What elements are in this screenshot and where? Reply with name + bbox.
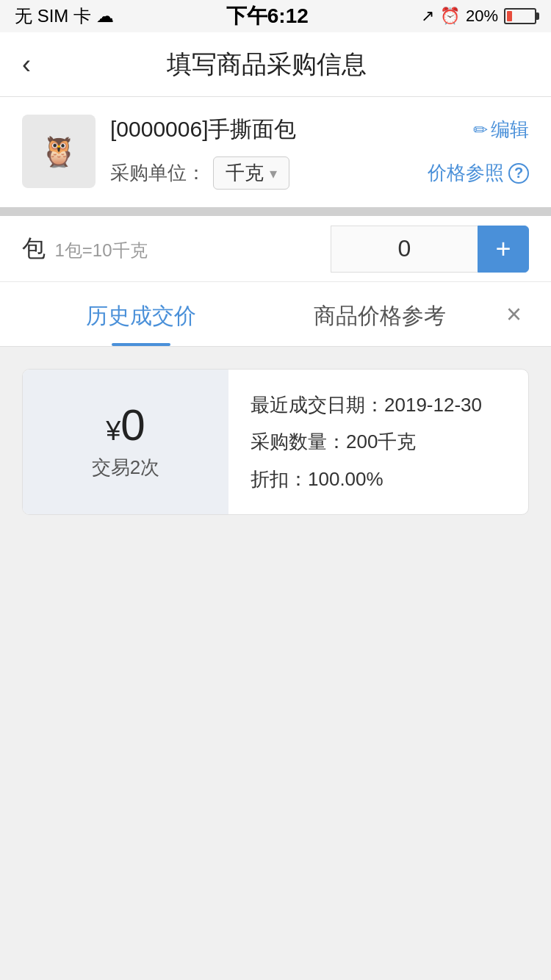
price-ref-help-icon: ? xyxy=(508,163,529,184)
quantity-row: 包 1包=10千克 0 + xyxy=(0,216,551,282)
section-divider xyxy=(0,207,551,216)
battery-percent: 20% xyxy=(466,7,498,26)
purchase-qty-value: 200千克 xyxy=(346,430,416,453)
status-time: 下午6:12 xyxy=(226,2,309,30)
unit-label: 采购单位： xyxy=(110,160,206,186)
tab-active-underline xyxy=(112,343,170,346)
quantity-plus-button[interactable]: + xyxy=(478,226,529,273)
price-yen-symbol: ¥ xyxy=(106,416,120,446)
tab-history-label: 历史成交价 xyxy=(86,301,196,331)
page-title: 填写商品采购信息 xyxy=(46,48,488,82)
price-card-right: 最近成交日期：2019-12-30 采购数量：200千克 折扣：100.00% xyxy=(228,370,528,514)
status-right: ↗ ⏰ 20% xyxy=(421,7,536,26)
back-button[interactable]: ‹ xyxy=(22,49,31,80)
product-info: [0000006]手撕面包 ✏ 编辑 采购单位： 千克 ▾ 价格参照 ? xyxy=(110,115,529,190)
quantity-label-group: 包 1包=10千克 xyxy=(22,233,148,265)
edit-label: 编辑 xyxy=(491,117,529,143)
unit-dropdown-arrow: ▾ xyxy=(270,165,277,182)
status-left: 无 SIM 卡 ☁ xyxy=(15,4,114,28)
purchase-qty-row: 采购数量：200千克 xyxy=(251,428,506,455)
location-icon: ↗ xyxy=(421,7,434,26)
tabs-close-button[interactable]: × xyxy=(499,301,529,328)
discount-row: 折扣：100.00% xyxy=(251,466,506,492)
price-amount-display: ¥0 xyxy=(106,403,145,447)
quantity-conversion: 1包=10千克 xyxy=(54,240,147,260)
no-sim-label: 无 SIM 卡 ☁ xyxy=(15,4,114,28)
price-reference-button[interactable]: 价格参照 ? xyxy=(428,160,529,186)
alarm-icon: ⏰ xyxy=(440,7,460,26)
recent-date-label: 最近成交日期： xyxy=(251,394,384,416)
price-card-container: ¥0 交易2次 最近成交日期：2019-12-30 采购数量：200千克 折扣：… xyxy=(0,347,551,537)
quantity-controls: 0 + xyxy=(331,226,529,273)
tab-price-ref-label: 商品价格参考 xyxy=(314,301,446,331)
unit-value: 千克 xyxy=(226,160,264,186)
product-header-row: [0000006]手撕面包 ✏ 编辑 xyxy=(110,115,529,145)
product-card: 🦉 [0000006]手撕面包 ✏ 编辑 采购单位： 千克 ▾ 价格参照 ? xyxy=(0,97,551,207)
battery-fill xyxy=(507,11,512,21)
price-value: 0 xyxy=(120,400,145,450)
purchase-qty-label: 采购数量： xyxy=(251,430,346,453)
edit-button[interactable]: ✏ 编辑 xyxy=(473,117,529,143)
unit-row-left: 采购单位： 千克 ▾ xyxy=(110,156,289,190)
bottom-area xyxy=(0,537,551,978)
recent-date-row: 最近成交日期：2019-12-30 xyxy=(251,392,506,418)
price-card-left: ¥0 交易2次 xyxy=(23,370,228,514)
status-bar: 无 SIM 卡 ☁ 下午6:12 ↗ ⏰ 20% xyxy=(0,0,551,32)
quantity-input[interactable]: 0 xyxy=(331,226,478,273)
price-card: ¥0 交易2次 最近成交日期：2019-12-30 采购数量：200千克 折扣：… xyxy=(22,369,529,515)
edit-icon: ✏ xyxy=(473,120,488,140)
unit-select[interactable]: 千克 ▾ xyxy=(213,156,289,190)
tabs-container: 历史成交价 商品价格参考 × xyxy=(0,282,551,347)
battery-icon xyxy=(504,8,536,24)
price-ref-label: 价格参照 xyxy=(428,160,504,186)
price-trade-count: 交易2次 xyxy=(92,455,159,480)
tab-history-price[interactable]: 历史成交价 xyxy=(22,282,260,346)
recent-date-value: 2019-12-30 xyxy=(384,394,482,416)
product-thumbnail: 🦉 xyxy=(22,115,96,188)
header: ‹ 填写商品采购信息 xyxy=(0,32,551,97)
discount-label: 折扣： xyxy=(251,468,308,490)
product-name: [0000006]手撕面包 xyxy=(110,115,296,145)
product-thumb-icon: 🦉 xyxy=(40,134,77,169)
discount-value: 100.00% xyxy=(308,468,383,490)
product-unit-row: 采购单位： 千克 ▾ 价格参照 ? xyxy=(110,156,529,190)
quantity-unit-label: 包 xyxy=(22,235,46,262)
tab-product-price-ref[interactable]: 商品价格参考 xyxy=(260,282,498,346)
